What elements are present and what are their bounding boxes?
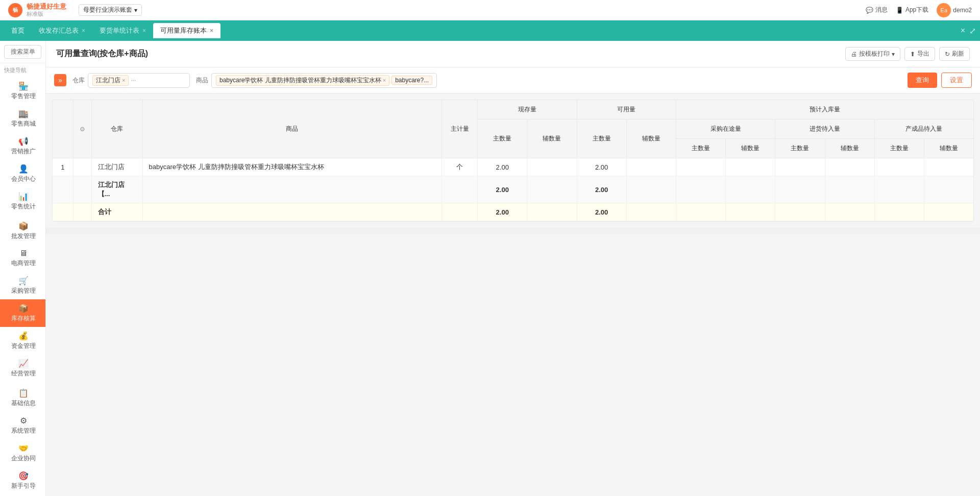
filter-expand-button[interactable]: » xyxy=(54,74,66,86)
finance-mgmt-icon: 💰 xyxy=(18,331,29,341)
column-settings-icon[interactable]: ⚙ xyxy=(80,126,85,133)
tab-maximize-btn[interactable]: ⤢ xyxy=(969,26,976,36)
th-current-stock: 现存量 xyxy=(478,100,577,120)
cell-inbound-main xyxy=(775,158,825,176)
page-actions: 🖨 按模板打印 ▾ ⬆ 导出 ↻ 刷新 xyxy=(845,47,970,61)
tab-income-expense[interactable]: 收发存汇总表 × xyxy=(32,23,92,38)
subtotal-avail-main: 2.00 xyxy=(577,176,626,203)
message-action[interactable]: 💬 消息 xyxy=(866,6,888,14)
th-inbound-main: 主数量 xyxy=(775,139,825,158)
cell-finished-main xyxy=(874,158,924,176)
sidebar-item-purchase-mgmt[interactable]: 🛒 采购管理 xyxy=(0,272,45,299)
warehouse-tag: 江北门店 × xyxy=(92,75,129,86)
th-settings[interactable]: ⚙ xyxy=(73,100,91,158)
th-available-qty: 可用量 xyxy=(577,100,676,120)
warehouse-tag-close[interactable]: × xyxy=(122,77,125,83)
sidebar-item-basic-info[interactable]: 📋 基础信息 xyxy=(0,384,45,412)
cell-stock-aux xyxy=(527,158,577,176)
th-product: 商品 xyxy=(142,100,442,158)
tab-available-inventory[interactable]: 可用量库存账本 × xyxy=(153,23,220,38)
th-inbound-pending: 进货待入量 xyxy=(775,120,874,139)
th-finished-main: 主数量 xyxy=(874,139,924,158)
cell-product: babycare学饮杯 儿童防摔防撞吸管杯重力球吸嘴杯宝宝水杯 xyxy=(142,158,442,176)
tab-requisition-stats[interactable]: 要货单统计表 × xyxy=(92,23,153,38)
marketing-icon: 📢 xyxy=(18,136,29,146)
main-layout: 搜索菜单 快捷导航 🏪 零售管理 🏬 零售商城 📢 营销推广 👤 会员中心 📊 … xyxy=(0,41,980,496)
logo-icon: 畅 xyxy=(8,3,22,17)
retail-mgmt-icon: 🏪 xyxy=(18,81,29,91)
sidebar-item-finance-mgmt[interactable]: 💰 资金管理 xyxy=(0,327,45,355)
basic-info-icon: 📋 xyxy=(18,388,29,398)
sidebar-item-enterprise-collab[interactable]: 🤝 企业协同 xyxy=(0,439,45,467)
sidebar-item-inventory-check[interactable]: 📦 库存核算 xyxy=(0,299,45,327)
th-avail-aux: 辅数量 xyxy=(626,120,676,158)
avatar: Ea xyxy=(937,3,951,17)
top-bar-right: 💬 消息 📱 App下载 Ea demo2 xyxy=(866,3,972,17)
tab-requisition-stats-close[interactable]: × xyxy=(142,28,146,34)
sidebar-item-new-guide[interactable]: 🎯 新手引导 xyxy=(0,467,45,494)
th-inbound-aux: 辅数量 xyxy=(825,139,874,158)
sidebar-search: 搜索菜单 xyxy=(0,41,45,63)
export-icon: ⬆ xyxy=(910,51,915,58)
query-button[interactable]: 查询 xyxy=(908,73,937,88)
filter-warehouse-group: 仓库 江北门店 × ··· xyxy=(72,73,190,88)
total-stock-main: 2.00 xyxy=(478,203,527,221)
ecommerce-mgmt-icon: 🖥 xyxy=(19,249,28,258)
app-download-action[interactable]: 📱 App下载 xyxy=(896,6,928,14)
total-avail-main: 2.00 xyxy=(577,203,626,221)
top-bar-left: 畅 畅捷通好生意 标准版 母婴行业演示账套 ▾ xyxy=(8,3,142,17)
sidebar-item-ecommerce-mgmt[interactable]: 🖥 电商管理 xyxy=(0,245,45,272)
user-profile[interactable]: Ea demo2 xyxy=(937,3,972,17)
cell-warehouse: 江北门店 xyxy=(91,158,142,176)
export-button[interactable]: ⬆ 导出 xyxy=(904,47,935,61)
product-tag-1-close[interactable]: × xyxy=(383,77,386,83)
total-row: 合计 2.00 2.00 xyxy=(53,203,973,221)
refresh-button[interactable]: ↻ 刷新 xyxy=(939,47,970,61)
table-area: ⚙ 仓库 商品 主计量 现存量 可用量 预计入库量 主数量 辅数量 xyxy=(46,93,980,496)
th-planned-inbound: 预计入库量 xyxy=(676,100,973,120)
th-row-num xyxy=(53,100,73,158)
settings-button[interactable]: 设置 xyxy=(941,73,972,88)
sidebar-item-retail-store[interactable]: 🏬 零售商城 xyxy=(0,105,45,132)
total-label: 合计 xyxy=(91,203,142,221)
search-menu-button[interactable]: 搜索菜单 xyxy=(4,45,41,59)
sidebar-item-member-center[interactable]: 👤 会员中心 xyxy=(0,160,45,187)
sidebar-item-retail-mgmt[interactable]: 🏪 零售管理 xyxy=(0,77,45,105)
table-wrapper: ⚙ 仓库 商品 主计量 现存量 可用量 预计入库量 主数量 辅数量 xyxy=(52,100,974,222)
product-input[interactable]: babycare学饮杯 儿童防摔防撞吸管杯重力球吸嘴杯宝宝水杯 × babyca… xyxy=(211,73,437,88)
cell-purchase-main xyxy=(676,158,725,176)
tab-home[interactable]: 首页 xyxy=(4,23,32,38)
warehouse-input[interactable]: 江北门店 × ··· xyxy=(88,73,190,88)
sidebar-item-sys-mgmt[interactable]: ⚙ 系统管理 xyxy=(0,412,45,439)
sidebar-item-marketing[interactable]: 📢 营销推广 xyxy=(0,132,45,160)
th-finished-aux: 辅数量 xyxy=(924,139,973,158)
cell-avail-aux xyxy=(626,158,676,176)
sidebar-item-ops-mgmt[interactable]: 📈 经营管理 xyxy=(0,355,45,382)
warehouse-more-dots[interactable]: ··· xyxy=(131,77,136,84)
subtotal-stock-main: 2.00 xyxy=(478,176,527,203)
tab-close-all-btn[interactable]: × xyxy=(961,26,965,35)
tab-available-inventory-close[interactable]: × xyxy=(210,28,213,34)
subtotal-row: 江北门店【... 2.00 2.00 xyxy=(53,176,973,203)
th-purchase-main: 主数量 xyxy=(676,139,725,158)
org-selector[interactable]: 母婴行业演示账套 ▾ xyxy=(79,4,142,16)
th-avail-main: 主数量 xyxy=(577,120,626,158)
sidebar-item-wholesale-mgmt[interactable]: 📦 批发管理 xyxy=(0,217,45,245)
table-row: 1 江北门店 babycare学饮杯 儿童防摔防撞吸管杯重力球吸嘴杯宝宝水杯 个… xyxy=(53,158,973,176)
print-template-button[interactable]: 🖨 按模板打印 ▾ xyxy=(845,47,900,61)
filter-actions: 查询 设置 xyxy=(908,73,972,88)
warehouse-label: 仓库 xyxy=(72,76,85,85)
sidebar: 搜索菜单 快捷导航 🏪 零售管理 🏬 零售商城 📢 营销推广 👤 会员中心 📊 … xyxy=(0,41,46,496)
sidebar-item-retail-stats[interactable]: 📊 零售统计 xyxy=(0,187,45,215)
subtotal-warehouse: 江北门店【... xyxy=(91,176,142,203)
refresh-icon: ↻ xyxy=(945,51,950,58)
inventory-table: ⚙ 仓库 商品 主计量 现存量 可用量 预计入库量 主数量 辅数量 xyxy=(53,100,973,221)
retail-stats-icon: 📊 xyxy=(18,192,29,201)
member-center-icon: 👤 xyxy=(18,164,29,174)
th-purchase-on-way: 采购在途量 xyxy=(676,120,775,139)
content-area: 可用量查询(按仓库+商品) 🖨 按模板打印 ▾ ⬆ 导出 ↻ 刷新 » xyxy=(46,41,980,496)
th-stock-aux: 辅数量 xyxy=(527,120,577,158)
th-purchase-aux: 辅数量 xyxy=(726,139,775,158)
scrollbar[interactable] xyxy=(46,228,980,234)
tab-income-expense-close[interactable]: × xyxy=(82,28,85,34)
